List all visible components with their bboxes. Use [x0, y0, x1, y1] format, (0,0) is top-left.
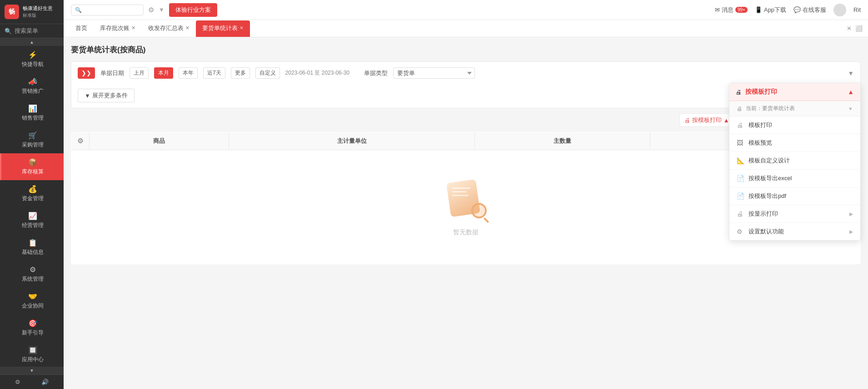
empty-scroll-line2 [452, 191, 467, 192]
date-btn-custom[interactable]: 自定义 [255, 67, 280, 79]
filter-toggle-button[interactable]: ❯❯ [78, 67, 95, 79]
tabs-right-controls: ✕ ⬜ [847, 25, 863, 32]
sidebar-bottom: ⚙ 🔊 [0, 374, 64, 389]
display-print-icon: 🖨 [737, 210, 744, 217]
tab-order-summary-close[interactable]: ✕ [239, 25, 244, 31]
table-settings-icon[interactable]: ⚙ [77, 137, 83, 145]
dropdown-title-label: 按模板打印 [745, 88, 844, 96]
dropdown-header[interactable]: 🖨 按模板打印 ▲ [729, 83, 860, 101]
message-badge: 99+ [735, 7, 748, 13]
col-product: 商品 [90, 132, 229, 150]
expand-chevron-icon: ▼ [85, 92, 90, 99]
tab-close-all-icon[interactable]: ✕ [847, 25, 852, 32]
sidebar-item-app-center[interactable]: 🔲 应用中心 [0, 341, 64, 367]
current-template-icon: 🖨 [737, 106, 742, 112]
topbar-search-icon: 🔍 [75, 7, 82, 13]
dropdown-item-export-pdf[interactable]: 📄 按模板导出pdf [729, 187, 860, 205]
export-pdf-label: 按模板导出pdf [748, 192, 786, 200]
message-label: 消息 [722, 6, 733, 14]
page-title: 要货单统计表(按商品) [71, 45, 861, 55]
sidebar-item-sales[interactable]: 📊 销售管理 [0, 100, 64, 126]
tab-order-summary-label: 要货单统计表 [202, 24, 238, 32]
dropdown-item-set-default[interactable]: ⚙ 设置默认功能 ▶ [729, 223, 860, 240]
logo-icon: 畅 [5, 5, 19, 19]
current-template-label: 当前：要货单统计表 [746, 105, 844, 112]
sidebar-scroll-down-btn[interactable]: ▼ [0, 367, 64, 374]
set-default-arrow: ▶ [849, 229, 853, 235]
finance-label: 资金管理 [22, 195, 44, 202]
marketing-icon: 📣 [28, 77, 37, 86]
tab-maximize-icon[interactable]: ⬜ [855, 25, 863, 32]
set-default-label: 设置默认功能 [748, 227, 784, 236]
sidebar-item-quick-nav[interactable]: ⚡ 快捷导航 [0, 46, 64, 73]
sidebar-item-operations[interactable]: 📈 经营管理 [0, 207, 64, 234]
speaker-bottom-icon[interactable]: 🔊 [41, 379, 49, 385]
demo-button[interactable]: 体验行业方案 [169, 3, 217, 17]
sidebar-item-basic[interactable]: 📋 基础信息 [0, 234, 64, 261]
scroll-down-button[interactable]: ▼ [0, 367, 64, 374]
topbar-dropdown-icon[interactable]: ▼ [159, 6, 165, 13]
dropdown-item-display-print[interactable]: 🖨 按显示打印 ▶ [729, 205, 860, 223]
tab-collection-summary[interactable]: 收发存汇总表 ✕ [142, 20, 196, 37]
print-icon: 🖨 [684, 117, 690, 124]
date-btn-more[interactable]: 更多 [231, 67, 250, 79]
topbar-gear-icon[interactable]: ⚙ [148, 6, 154, 14]
print-template-button[interactable]: 🖨 按模板打印 ▲ [679, 113, 734, 127]
dropdown-item-export-excel[interactable]: 📄 按模板导出excel [729, 170, 860, 187]
sidebar-item-guide[interactable]: 🎯 新手引导 [0, 314, 64, 341]
date-range-display: 2023-06-01 至 2023-06-30 [285, 69, 349, 77]
sidebar-nav: ⚡ 快捷导航 📣 营销推广 📊 销售管理 🛒 采购管理 📦 库存核算 💰 资金管… [0, 46, 64, 367]
guide-label: 新手引导 [22, 329, 44, 337]
empty-magnifier-circle [471, 203, 487, 218]
topbar-search-box[interactable]: 🔍 [71, 5, 144, 15]
dropdown-item-template-custom[interactable]: 📐 模板自定义设计 [729, 152, 860, 170]
user-avatar[interactable] [833, 4, 846, 16]
sidebar-item-finance[interactable]: 💰 资金管理 [0, 180, 64, 207]
scroll-up-button[interactable]: ▲ [0, 38, 64, 46]
tab-inventory-batch[interactable]: 库存批次账 ✕ [94, 20, 142, 37]
sidebar-search[interactable]: 🔍 搜索菜单 [0, 24, 64, 38]
enterprise-icon: 🤝 [28, 292, 37, 301]
sidebar-item-inventory[interactable]: 📦 库存核算 [0, 153, 64, 180]
export-pdf-icon: 📄 [737, 192, 744, 200]
col-quantity: 主数量 [475, 132, 650, 150]
date-btn-current-month[interactable]: 本月 [154, 67, 173, 79]
type-label: 单据类型 [364, 69, 388, 77]
date-btn-current-year[interactable]: 本年 [179, 67, 198, 79]
sidebar-item-marketing[interactable]: 📣 营销推广 [0, 73, 64, 100]
col-settings: ⚙ [71, 132, 90, 150]
date-btn-last-month[interactable]: 上月 [130, 67, 149, 79]
search-icon: 🔍 [5, 28, 12, 35]
tab-collection-summary-close[interactable]: ✕ [185, 25, 190, 31]
current-template-arrow: ▼ [848, 106, 853, 111]
empty-scroll-line1 [452, 187, 470, 189]
app-download-action[interactable]: 📱 App下载 [755, 6, 786, 14]
sidebar-item-enterprise[interactable]: 🤝 企业协同 [0, 288, 64, 314]
filter-dropdown-icon[interactable]: ▼ [848, 70, 854, 77]
settings-bottom-icon[interactable]: ⚙ [15, 379, 20, 385]
tab-order-summary[interactable]: 要货单统计表 ✕ [196, 20, 250, 37]
guide-icon: 🎯 [28, 319, 37, 328]
sidebar-item-system[interactable]: ⚙ 系统管理 [0, 261, 64, 288]
online-service-icon: 💬 [793, 6, 801, 13]
sidebar-item-purchase[interactable]: 🛒 采购管理 [0, 126, 64, 153]
sidebar-search-label: 搜索菜单 [15, 27, 38, 35]
online-service-action[interactable]: 💬 在线客服 [793, 6, 826, 14]
date-btn-7days[interactable]: 近7天 [203, 67, 225, 79]
basic-icon: 📋 [28, 238, 37, 247]
topbar-actions: ✉ 消息 99+ 📱 App下载 💬 在线客服 Rit [715, 4, 861, 16]
dropdown-item-template-preview[interactable]: 🖼 模板预览 [729, 134, 860, 152]
tab-home[interactable]: 首页 [69, 20, 94, 37]
message-icon: ✉ [715, 6, 720, 13]
message-action[interactable]: ✉ 消息 99+ [715, 6, 748, 14]
app-name: 畅康通好生意 [23, 5, 53, 12]
expand-more-btn[interactable]: ▼ 展开更多条件 [78, 89, 135, 102]
empty-scroll-line3 [452, 195, 469, 196]
tab-inventory-batch-close[interactable]: ✕ [131, 25, 135, 31]
sidebar-scroll-up-btn[interactable]: ▲ [0, 38, 64, 46]
dropdown-item-template-print[interactable]: 🖨 模板打印 [729, 116, 860, 134]
type-select[interactable]: 要货单 [393, 67, 475, 79]
sales-icon: 📊 [28, 104, 37, 113]
empty-state-icon [443, 177, 489, 223]
operations-icon: 📈 [28, 212, 37, 220]
